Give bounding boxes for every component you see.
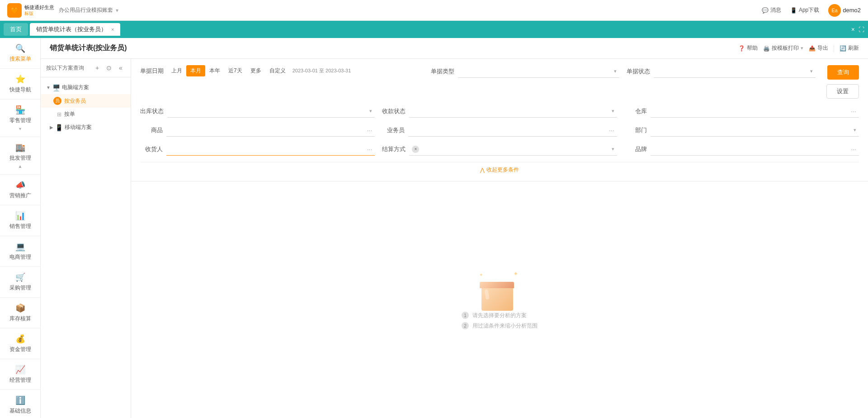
brand-cell: 品牌 ··· [624, 143, 859, 156]
sidebar-item-operations[interactable]: 📈 经营管理 [0, 359, 40, 390]
tree-item-by-order[interactable]: ⊞ 按单 [41, 108, 131, 121]
sidebar-item-inventory[interactable]: 📦 库存核算 [0, 298, 40, 328]
sidebar-item-basic-info[interactable]: ℹ️ 基础信息 [0, 390, 40, 418]
warehouse-input[interactable]: ··· [651, 105, 859, 118]
data-area: 单据日期 上月 本月 本年 近7天 更多 自定义 2023-03-01 至 20… [131, 59, 868, 418]
filter-row-3: 商品 ··· 业务员 ··· [140, 124, 859, 137]
download-icon: 📱 [790, 7, 797, 14]
avatar: Ea [828, 4, 841, 17]
recipient-input[interactable]: ··· [166, 143, 375, 156]
app-download-button[interactable]: 📱 App下载 [790, 6, 819, 14]
refresh-button[interactable]: 🔄 刷新 [840, 44, 859, 52]
inventory-icon: 📦 [15, 303, 25, 313]
doc-type-input[interactable]: ▾ [458, 65, 620, 78]
sidebar: 🔍 搜索菜单 ⭐ 快捷导航 🏪 零售管理 ▾ 🏬 批发管理 ▲ 📣 营销推广 📊… [0, 38, 41, 418]
sidebar-item-purchase[interactable]: 🛒 采购管理 [0, 267, 40, 298]
divider [834, 45, 834, 52]
product-input[interactable]: ··· [166, 124, 375, 137]
sidebar-item-marketing[interactable]: 📣 营销推广 [0, 175, 40, 205]
maximize-window-icon[interactable]: ⛶ [859, 26, 864, 33]
header-right: 💬 消息 📱 App下载 Ea demo2 [762, 4, 861, 17]
date-btn-custom[interactable]: 自定义 [265, 65, 290, 76]
collapse-icon: « [119, 64, 123, 71]
date-btn-this-year[interactable]: 本年 [205, 65, 224, 76]
search-icon: 🔍 [15, 43, 25, 53]
department-input[interactable]: ▾ [651, 124, 859, 137]
product-dots-icon: ··· [367, 127, 373, 134]
ecommerce-icon: 💻 [15, 242, 25, 252]
sidebar-item-search-menu[interactable]: 🔍 搜索菜单 [0, 38, 40, 69]
help-icon: ❓ [738, 45, 745, 52]
operations-icon: 📈 [15, 365, 25, 375]
brand-input[interactable]: ··· [651, 143, 859, 156]
out-status-dropdown-icon: ▾ [369, 108, 372, 114]
sidebar-item-ecommerce[interactable]: 💻 电商管理 [0, 236, 40, 267]
scheme-settings-button[interactable]: ⊙ [104, 63, 113, 72]
scheme-tree: ▼ 🖥️ 电脑端方案 员 按业务员 ⊞ 按单 [41, 77, 131, 418]
breadcrumb-dropdown-icon[interactable]: ▾ [116, 7, 118, 14]
scheme-panel: 按以下方案查询 + ⊙ « [41, 59, 131, 418]
filter-section: 单据日期 上月 本月 本年 近7天 更多 自定义 2023-03-01 至 20… [131, 59, 868, 181]
tree-group-desktop: ▼ 🖥️ 电脑端方案 员 按业务员 ⊞ 按单 [41, 81, 131, 121]
warehouse-label: 仓库 [624, 107, 647, 115]
print-dropdown-icon[interactable]: ▾ [801, 45, 803, 51]
settlement-label: 结算方式 [382, 145, 406, 153]
query-button[interactable]: 查询 [827, 65, 859, 80]
department-dropdown-icon: ▾ [854, 127, 856, 133]
content-body: ✦ ✦ 1 请先选择要分析的方案 2 用过滤条件来缩小分析范围 [131, 181, 868, 418]
tab-active[interactable]: 销货单统计表（按业务员） × [30, 23, 120, 36]
tree-item-salesperson[interactable]: 员 按业务员 [41, 94, 131, 108]
tree-group-desktop-header[interactable]: ▼ 🖥️ 电脑端方案 [41, 81, 131, 94]
department-label: 部门 [624, 126, 647, 134]
refresh-icon: 🔄 [840, 45, 846, 52]
user-avatar-area[interactable]: Ea demo2 [828, 4, 861, 17]
recipient-cell: 收货人 ··· [140, 143, 375, 156]
date-btn-7days[interactable]: 近7天 [224, 65, 246, 76]
action-column: 查询 设置 [823, 65, 859, 99]
sidebar-item-retail[interactable]: 🏪 零售管理 ▾ [0, 100, 40, 137]
export-button[interactable]: 📤 导出 [809, 44, 828, 52]
tree-group-mobile-header[interactable]: ▶ 📱 移动端方案 [41, 121, 131, 134]
scheme-add-button[interactable]: + [93, 63, 102, 72]
brand-label: 品牌 [624, 145, 647, 153]
product-cell: 商品 ··· [140, 124, 375, 137]
sidebar-item-quick-nav[interactable]: ⭐ 快捷导航 [0, 69, 40, 100]
out-status-input[interactable]: ▾ [167, 105, 375, 118]
top-header: 🧡 畅捷通好生意 标版 办公用品行业模拟账套 ▾ 💬 消息 📱 App下载 Ea… [0, 0, 868, 21]
payment-status-input[interactable]: ▾ [409, 105, 617, 118]
salesperson-input[interactable]: ··· [408, 124, 617, 137]
date-btn-more[interactable]: 更多 [246, 65, 265, 76]
settlement-input[interactable]: × ▾ [409, 143, 617, 156]
doc-type-dropdown-icon: ▾ [614, 68, 617, 74]
sidebar-item-sales[interactable]: 📊 销售管理 [0, 205, 40, 236]
recipient-label: 收货人 [140, 145, 163, 153]
date-btn-last-month[interactable]: 上月 [167, 65, 186, 76]
close-window-icon[interactable]: × [851, 26, 855, 33]
warehouse-cell: 仓库 ··· [624, 105, 859, 118]
page-header: 销货单统计表(按业务员) ❓ 帮助 🖨️ 按模板打印 ▾ 📤 导出 🔄 [41, 38, 868, 59]
sidebar-item-finance[interactable]: 💰 资金管理 [0, 328, 40, 359]
doc-status-input[interactable]: ▾ [654, 65, 816, 78]
sidebar-item-wholesale[interactable]: 🏬 批发管理 ▲ [0, 137, 40, 175]
empty-state: ✦ ✦ 1 请先选择要分析的方案 2 用过滤条件来缩小分析范围 [131, 243, 868, 357]
collapse-bar[interactable]: ⋀ 收起更多条件 [140, 162, 859, 177]
sales-icon: 📊 [15, 211, 25, 221]
header-left: 🧡 畅捷通好生意 标版 办公用品行业模拟账套 ▾ [7, 3, 118, 18]
tab-close-button[interactable]: × [111, 27, 114, 32]
print-button[interactable]: 🖨️ 按模板打印 ▾ [763, 44, 803, 52]
payment-status-dropdown-icon: ▾ [612, 108, 614, 114]
department-cell: 部门 ▾ [624, 124, 859, 137]
setting-button[interactable]: 设置 [826, 84, 859, 99]
tree-arrow-icon: ▼ [46, 85, 51, 90]
messages-button[interactable]: 💬 消息 [762, 6, 781, 14]
empty-steps: 1 请先选择要分析的方案 2 用过滤条件来缩小分析范围 [462, 312, 538, 330]
wholesale-expand-icon: ▲ [18, 164, 23, 169]
brand-dots-icon: ··· [851, 146, 856, 153]
tab-home[interactable]: 首页 [4, 23, 28, 36]
scheme-collapse-button[interactable]: « [116, 63, 125, 72]
date-btn-this-month[interactable]: 本月 [186, 65, 205, 76]
retail-icon: 🏪 [15, 105, 25, 115]
help-button[interactable]: ❓ 帮助 [738, 44, 758, 52]
warehouse-dots-icon: ··· [851, 108, 856, 115]
settlement-clear-button[interactable]: × [412, 146, 419, 153]
